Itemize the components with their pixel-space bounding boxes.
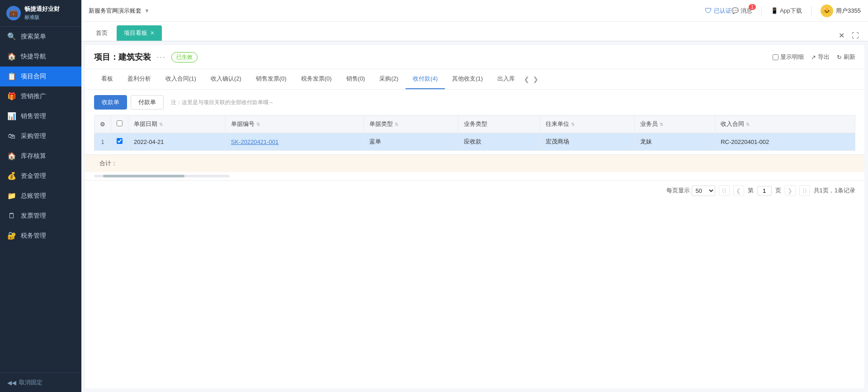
th-salesman[interactable]: 业务员⇅ [634, 115, 715, 133]
sort-icon4: ⇅ [571, 122, 575, 127]
sidebar-item-shortcut[interactable]: 🏠 快捷导航 [0, 47, 81, 67]
next-page-button[interactable]: ❯ [785, 185, 796, 196]
subnav-kanban[interactable]: 看板 [94, 69, 120, 89]
sidebar-item-ledger[interactable]: 📁 总账管理 [0, 186, 81, 206]
sidebar-item-search[interactable]: 🔍 搜索菜单 [0, 27, 81, 47]
subnav-tax-invoice[interactable]: 税务发票(0) [294, 69, 339, 89]
subnav-purchase[interactable]: 采购(2) [372, 69, 406, 89]
data-table: ⚙ 单据日期⇅ 单据编号⇅ 单据类型⇅ [94, 115, 855, 151]
th-partner[interactable]: 往来单位⇅ [540, 115, 634, 133]
horizontal-scrollbar[interactable] [85, 172, 864, 180]
tab-home[interactable]: 首页 [89, 25, 115, 41]
close-window-button[interactable]: ✕ [837, 30, 846, 41]
subnav-next-arrow[interactable]: ❯ [531, 72, 540, 86]
subnav-inout[interactable]: 出入库 [490, 69, 522, 89]
data-table-wrapper: ⚙ 单据日期⇅ 单据编号⇅ 单据类型⇅ [85, 115, 864, 151]
gear-icon[interactable]: ⚙ [100, 121, 105, 128]
subnav-profit[interactable]: 盈利分析 [120, 69, 158, 89]
refresh-button[interactable]: ↻ 刷新 [837, 53, 855, 61]
sidebar-item-contract[interactable]: 📋 项目合同 [0, 67, 81, 86]
subnav-sales-invoice[interactable]: 销售发票(0) [249, 69, 294, 89]
logo-icon: 💼 [6, 6, 21, 20]
td-salesman: 龙妹 [634, 133, 715, 151]
project-actions: 显示明细 ↗ 导出 ↻ 刷新 [773, 53, 855, 61]
purchase-icon: 🛍 [7, 132, 16, 141]
unpin-icon: ◀◀ [7, 379, 16, 386]
topbar-right: 💬 消息 1 📱 App下载 🐱 用户3355 [731, 5, 861, 17]
app-download-button[interactable]: 📱 App下载 [771, 7, 802, 15]
export-icon: ↗ [811, 54, 816, 61]
message-icon: 💬 [731, 7, 739, 14]
prev-page-button[interactable]: ❮ [733, 185, 744, 196]
sidebar-item-purchase[interactable]: 🛍 采购管理 [0, 126, 81, 146]
project-status-badge: 已生效 [171, 52, 198, 62]
row-checkbox[interactable] [117, 138, 123, 144]
subnav-receipt[interactable]: 收付款(4) [406, 69, 445, 89]
message-badge: 1 [749, 4, 756, 10]
td-income-contract: RC-20220401-002 [715, 133, 855, 151]
th-type[interactable]: 单据类型⇅ [364, 115, 458, 133]
per-page-select[interactable]: 20 50 100 200 [692, 186, 715, 196]
subnav-income-contract[interactable]: 收入合同(1) [158, 69, 203, 89]
scrollbar-thumb[interactable] [103, 175, 184, 177]
sidebar-item-sales[interactable]: 📊 销售管理 [0, 106, 81, 126]
sidebar-item-inventory[interactable]: 🏠 库存核算 [0, 146, 81, 166]
subnav-prev-arrow[interactable]: ❮ [522, 72, 531, 86]
tab-project-board[interactable]: 项目看板 ✕ [117, 25, 162, 41]
ledger-icon: 📁 [7, 191, 16, 201]
td-checkbox[interactable] [111, 133, 128, 151]
sort-icon: ⇅ [159, 122, 163, 127]
shield-icon: 🛡 [705, 7, 712, 15]
account-name: 新服务官网演示账套 [89, 7, 142, 15]
show-detail-input[interactable] [773, 54, 778, 60]
subnav-income-confirm[interactable]: 收入确认(2) [203, 69, 249, 89]
account-selector[interactable]: 新服务官网演示账套 ▼ [89, 7, 698, 15]
topbar: 新服务官网演示账套 ▼ 🛡 已认证 💬 消息 1 📱 App下载 🐱 用户335… [81, 0, 868, 22]
message-button[interactable]: 💬 消息 1 [731, 7, 752, 15]
sidebar-item-invoice[interactable]: 🗒 发票管理 [0, 206, 81, 226]
page-input[interactable] [757, 186, 772, 196]
divider [761, 6, 762, 15]
sidebar-item-tax[interactable]: 🔐 税务管理 [0, 226, 81, 246]
project-header: 项目：建筑安装 ··· 已生效 显示明细 ↗ 导出 ↻ 刷新 [85, 45, 864, 69]
first-page-button[interactable]: ⟨⟨ [719, 185, 730, 196]
sales-icon: 📊 [7, 112, 16, 121]
maximize-window-button[interactable]: ⛶ [850, 31, 861, 41]
subtab-receipt-button[interactable]: 收款单 [94, 95, 127, 110]
show-detail-checkbox[interactable]: 显示明细 [773, 53, 804, 61]
tab-close-icon[interactable]: ✕ [150, 30, 155, 36]
sort-icon5: ⇅ [660, 122, 663, 127]
subnav-other-expense[interactable]: 其他收支(1) [445, 69, 490, 89]
per-page-selector[interactable]: 每页显示 20 50 100 200 [666, 186, 715, 196]
subtab-bar: 收款单 付款单 注：这里是与项目关联的全部收付款单哦～ [85, 90, 864, 115]
th-gear[interactable]: ⚙ [94, 115, 111, 133]
unpin-button[interactable]: ◀◀ 取消固定 [0, 373, 81, 392]
mobile-icon: 📱 [771, 7, 778, 14]
th-income-contract[interactable]: 收入合同⇅ [715, 115, 855, 133]
sort-icon3: ⇅ [395, 122, 398, 127]
total-row: 合计： [85, 154, 864, 172]
user-menu[interactable]: 🐱 用户3355 [821, 5, 861, 17]
subnav-sales[interactable]: 销售(0) [339, 69, 373, 89]
search-icon: 🔍 [7, 32, 16, 41]
sidebar-item-finance[interactable]: 💰 资金管理 [0, 166, 81, 186]
subtab-note: 注：这里是与项目关联的全部收付款单哦～ [171, 99, 274, 106]
export-button[interactable]: ↗ 导出 [811, 53, 830, 61]
sort-icon2: ⇅ [256, 122, 260, 127]
inventory-icon: 🏠 [7, 152, 16, 161]
sort-icon6: ⇅ [746, 122, 750, 127]
project-more-button[interactable]: ··· [156, 53, 166, 62]
tax-icon: 🔐 [7, 231, 16, 240]
subtab-payment-button[interactable]: 付款单 [131, 95, 164, 110]
select-all-checkbox[interactable] [117, 120, 123, 126]
sidebar-item-marketing[interactable]: 🎁 营销推广 [0, 86, 81, 106]
th-date[interactable]: 单据日期⇅ [128, 115, 226, 133]
invoice-icon: 🗒 [7, 211, 16, 220]
table-row[interactable]: 1 2022-04-21 SK-20220421-001 蓝单 应收款 宏茂商场… [94, 133, 855, 151]
td-number[interactable]: SK-20220421-001 [225, 133, 363, 151]
th-biz-type: 业务类型 [458, 115, 540, 133]
window-controls: ✕ ⛶ [837, 30, 861, 41]
scrollbar-track [94, 175, 230, 177]
last-page-button[interactable]: ⟩⟩ [799, 185, 810, 196]
th-number[interactable]: 单据编号⇅ [225, 115, 363, 133]
